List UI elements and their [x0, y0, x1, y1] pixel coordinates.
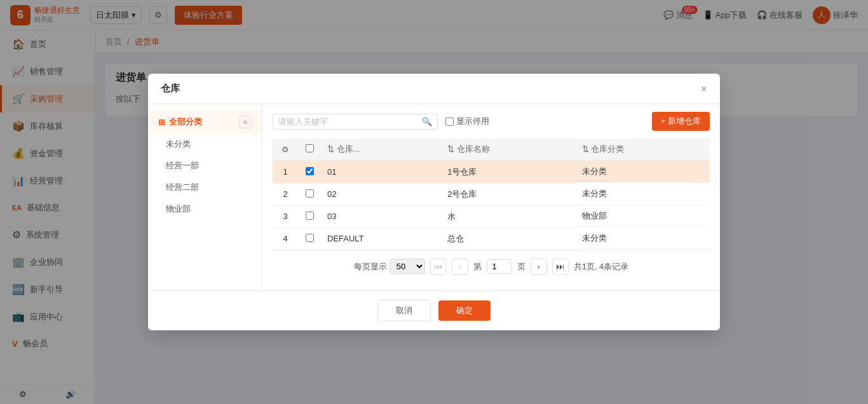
- row-name: 水: [441, 205, 575, 227]
- sort-icon-name: ⇅: [447, 144, 454, 154]
- table-container: ⚙ ⇅ 仓库... ⇅ 仓库名称: [273, 138, 710, 250]
- row-num: 2: [273, 183, 298, 205]
- last-page-button[interactable]: ⏭: [552, 259, 569, 275]
- table-head: ⚙ ⇅ 仓库... ⇅ 仓库名称: [273, 138, 710, 161]
- sort-icon-cat: ⇅: [582, 144, 589, 154]
- col-settings[interactable]: ⚙: [273, 138, 298, 161]
- row-category: 物业部: [576, 205, 710, 227]
- row-category: 未分类: [576, 227, 710, 250]
- prev-page-button[interactable]: ‹: [452, 259, 468, 275]
- show-disabled-checkbox[interactable]: [445, 118, 454, 126]
- modal-body: ⊞ 全部分类 « 未分类 经营一部 经营二部 物业部 🔍: [148, 104, 720, 290]
- row-checkbox[interactable]: [306, 212, 314, 220]
- modal-header: 仓库 ×: [148, 74, 720, 104]
- row-check: [298, 183, 321, 205]
- modal-title: 仓库: [161, 83, 180, 95]
- check-all-checkbox[interactable]: [306, 144, 314, 152]
- category-item-property[interactable]: 物业部: [148, 198, 262, 220]
- modal-table-panel: 🔍 显示停用 + 新增仓库 ⚙: [262, 104, 720, 290]
- category-item-ops2[interactable]: 经营二部: [148, 177, 262, 198]
- col-name-header: ⇅ 仓库名称: [441, 138, 575, 161]
- row-category: 未分类: [576, 183, 710, 205]
- row-check: [298, 205, 321, 227]
- sort-icon: ⇅: [327, 144, 334, 154]
- grid-icon: ⊞: [158, 118, 165, 127]
- row-code: 02: [321, 183, 441, 205]
- table-header-row: ⚙ ⇅ 仓库... ⇅ 仓库名称: [273, 138, 710, 161]
- all-category-label: 全部分类: [169, 116, 202, 128]
- table-row[interactable]: 4 DEFAULT 总仓 未分类: [273, 227, 710, 250]
- search-box: 🔍: [273, 114, 438, 130]
- confirm-button[interactable]: 确定: [438, 300, 491, 321]
- row-check: [298, 227, 321, 250]
- category-item-unclassified[interactable]: 未分类: [148, 133, 262, 155]
- search-icon[interactable]: 🔍: [422, 117, 432, 126]
- row-code: DEFAULT: [321, 227, 441, 250]
- row-num: 1: [273, 161, 298, 184]
- total-info: 共1页, 4条记录: [574, 261, 629, 273]
- first-page-button[interactable]: ⏮: [430, 259, 447, 275]
- page-unit: 页: [517, 261, 526, 273]
- warehouse-modal: 仓库 × ⊞ 全部分类 « 未分类 经营一部 经营二部 物业部: [148, 74, 720, 330]
- modal-overlay: 仓库 × ⊞ 全部分类 « 未分类 经营一部 经营二部 物业部: [0, 0, 868, 404]
- row-actions[interactable]: ···: [693, 167, 703, 177]
- row-checkbox[interactable]: [306, 167, 314, 175]
- row-code: 03: [321, 205, 441, 227]
- table-body: 1 01 1号仓库 未分类 ··· 2 02 2号仓库 未分类 3 03 水 物…: [273, 161, 710, 250]
- add-warehouse-button[interactable]: + 新增仓库: [652, 112, 710, 131]
- row-num: 4: [273, 227, 298, 250]
- next-page-button[interactable]: ›: [531, 259, 547, 275]
- show-disabled-label[interactable]: 显示停用: [445, 116, 489, 127]
- per-page-selector: 每页显示 50 10 20 100: [354, 259, 425, 274]
- col-code-header: ⇅ 仓库...: [321, 138, 441, 161]
- page-label: 第: [473, 261, 482, 273]
- modal-pagination: 每页显示 50 10 20 100 ⏮ ‹ 第 页 › ⏭: [273, 250, 710, 283]
- modal-footer: 取消 确定: [148, 290, 720, 330]
- per-page-select[interactable]: 50 10 20 100: [390, 259, 425, 274]
- row-checkbox[interactable]: [306, 189, 314, 198]
- table-row[interactable]: 3 03 水 物业部: [273, 205, 710, 227]
- page-number-input[interactable]: [487, 259, 512, 274]
- row-name: 2号仓库: [441, 183, 575, 205]
- category-item-ops1[interactable]: 经营一部: [148, 155, 262, 177]
- modal-close-button[interactable]: ×: [700, 83, 707, 95]
- cancel-button[interactable]: 取消: [377, 300, 431, 321]
- col-category-header: ⇅ 仓库分类: [576, 138, 710, 161]
- all-category-item[interactable]: ⊞ 全部分类 «: [148, 111, 262, 133]
- col-check: [298, 138, 321, 161]
- row-code: 01: [321, 161, 441, 184]
- row-num: 3: [273, 205, 298, 227]
- per-page-label: 每页显示: [354, 261, 387, 273]
- row-name: 总仓: [441, 227, 575, 250]
- collapse-category-button[interactable]: «: [239, 116, 252, 128]
- modal-category-panel: ⊞ 全部分类 « 未分类 经营一部 经营二部 物业部: [148, 104, 262, 290]
- warehouse-table: ⚙ ⇅ 仓库... ⇅ 仓库名称: [273, 138, 710, 250]
- search-input[interactable]: [278, 117, 422, 126]
- row-category: 未分类 ···: [576, 161, 710, 183]
- row-name: 1号仓库: [441, 161, 575, 184]
- table-row[interactable]: 2 02 2号仓库 未分类: [273, 183, 710, 205]
- show-disabled-text: 显示停用: [456, 116, 489, 127]
- row-checkbox[interactable]: [306, 234, 314, 242]
- table-row[interactable]: 1 01 1号仓库 未分类 ···: [273, 161, 710, 184]
- row-check: [298, 161, 321, 184]
- modal-toolbar: 🔍 显示停用 + 新增仓库: [273, 112, 710, 131]
